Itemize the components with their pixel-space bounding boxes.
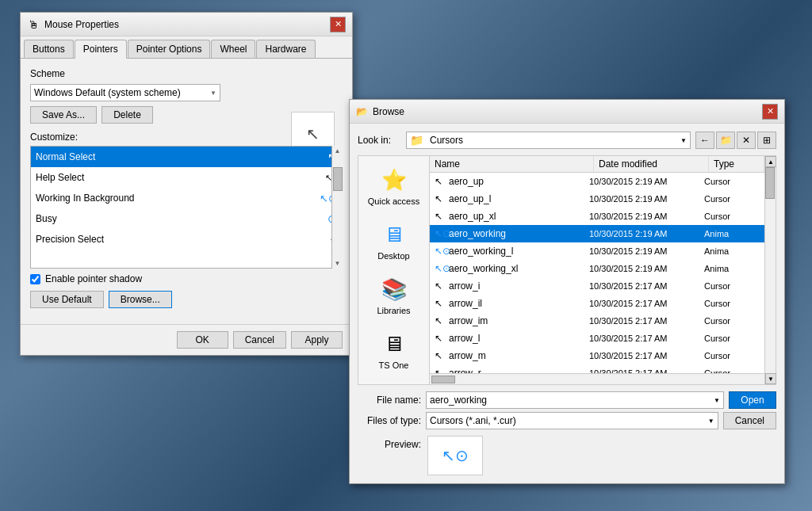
- browse-cancel-button[interactable]: Cancel: [723, 412, 776, 429]
- sidebar-network[interactable]: 🌐 Network: [364, 381, 424, 384]
- file-row-aero-up[interactable]: ↖ aero_up 10/30/2015 2:19 AM Cursor: [430, 173, 764, 190]
- file-row-aero-up-xl[interactable]: ↖ aero_up_xl 10/30/2015 2:19 AM Cursor: [430, 208, 764, 225]
- title-left: 🖱 Mouse Properties: [27, 18, 119, 31]
- browse-icon: 📂: [356, 106, 368, 117]
- file-type-10: Cursor: [704, 351, 760, 360]
- file-row-arrow-il[interactable]: ↖ arrow_il 10/30/2015 2:17 AM Cursor: [430, 295, 764, 312]
- mouse-close-button[interactable]: ✕: [330, 17, 346, 32]
- file-row-aero-up-l[interactable]: ↖ aero_up_l 10/30/2015 2:19 AM Cursor: [430, 190, 764, 208]
- file-row-arrow-im[interactable]: ↖ arrow_im 10/30/2015 2:17 AM Cursor: [430, 312, 764, 330]
- cursor-list-scrollbar[interactable]: ▲ ▼: [331, 146, 343, 269]
- scheme-label: Scheme: [30, 68, 343, 79]
- cursor-item-precision[interactable]: Precision Select +: [31, 229, 342, 250]
- sidebar-libraries[interactable]: 📚 Libraries: [364, 272, 424, 318]
- enable-shadow-checkbox[interactable]: [30, 274, 40, 284]
- scheme-dropdown[interactable]: Windows Default (system scheme): [30, 84, 220, 101]
- file-name-0: aero_up: [449, 176, 589, 187]
- cursor-list-container: Normal Select ↖ Help Select ↖? Working I…: [30, 146, 343, 269]
- browse-body: Look in: 📁 Cursors ← 📁 ✕ ⊞ ⭐ Quick acces…: [350, 124, 784, 483]
- file-row-aero-working-l[interactable]: ↖⊙ aero_working_l 10/30/2015 2:19 AM Ani…: [430, 242, 764, 260]
- file-name-input[interactable]: aero_working: [426, 391, 724, 409]
- tab-pointers[interactable]: Pointers: [75, 40, 127, 59]
- cursor-item-name-4: Precision Select: [36, 234, 313, 245]
- file-type-6: Cursor: [704, 281, 760, 291]
- enable-shadow-row: Enable pointer shadow: [30, 273, 343, 284]
- up-folder-button[interactable]: 📁: [716, 132, 735, 149]
- file-row-aero-working[interactable]: ↖⊙ aero_working 10/30/2015 2:19 AM Anima: [430, 225, 764, 242]
- file-list-body[interactable]: ↖ aero_up 10/30/2015 2:19 AM Cursor ↖ ae…: [430, 173, 764, 373]
- file-name-8: arrow_im: [449, 315, 589, 326]
- back-button[interactable]: ←: [695, 132, 714, 149]
- use-default-button[interactable]: Use Default: [30, 291, 104, 308]
- browse-title: Browse: [373, 106, 404, 117]
- file-date-2: 10/30/2015 2:19 AM: [589, 212, 704, 221]
- cursor-item-help-select[interactable]: Help Select ↖?: [31, 167, 342, 188]
- files-of-type-value: Cursors (*.ani, *.cur): [430, 415, 516, 426]
- cancel-button[interactable]: Cancel: [233, 331, 286, 349]
- file-date-7: 10/30/2015 2:17 AM: [589, 299, 704, 308]
- file-type-1: Cursor: [704, 194, 760, 204]
- tab-pointer-options[interactable]: Pointer Options: [128, 40, 211, 58]
- cursor-preview-icon: ↖: [306, 124, 320, 143]
- file-type-8: Cursor: [704, 316, 760, 326]
- col-date[interactable]: Date modified: [594, 156, 709, 172]
- ok-button[interactable]: OK: [177, 331, 228, 349]
- tab-buttons[interactable]: Buttons: [24, 40, 74, 58]
- file-date-8: 10/30/2015 2:17 AM: [589, 316, 704, 326]
- delete-button[interactable]: Delete: [102, 106, 153, 124]
- dialog-tabs: Buttons Pointers Pointer Options Wheel H…: [21, 36, 352, 59]
- file-row-arrow-r[interactable]: ↖ arrow_r 10/30/2015 2:17 AM Cursor: [430, 364, 764, 373]
- look-in-dropdown[interactable]: 📁 Cursors: [406, 132, 691, 149]
- file-name-1: aero_up_l: [449, 193, 589, 204]
- browse-sidebar: ⭐ Quick access 🖥 Desktop 📚 Libraries 🖥 T…: [358, 156, 430, 384]
- file-date-1: 10/30/2015 2:19 AM: [589, 194, 704, 204]
- sidebar-ts-one[interactable]: 🖥 TS One: [364, 326, 424, 373]
- file-name-label: File name:: [358, 395, 421, 406]
- col-type[interactable]: Type: [709, 156, 764, 172]
- file-name-4: aero_working_l: [449, 246, 589, 257]
- mouse-dialog-footer: OK Cancel Apply: [21, 324, 352, 355]
- file-icon-3: ↖⊙: [435, 228, 449, 239]
- file-row-arrow-m[interactable]: ↖ arrow_m 10/30/2015 2:17 AM Cursor: [430, 347, 764, 364]
- cursor-item-normal-select[interactable]: Normal Select ↖: [31, 147, 342, 167]
- open-button[interactable]: Open: [729, 391, 776, 409]
- cursor-item-working[interactable]: Working In Background ↖⊙: [31, 188, 342, 208]
- file-icon-5: ↖⊙: [435, 263, 449, 274]
- col-name[interactable]: Name: [430, 156, 594, 172]
- file-name-10: arrow_m: [449, 350, 589, 361]
- view-toggle-button[interactable]: ⊞: [757, 132, 776, 149]
- cursor-item-name-2: Working In Background: [36, 193, 313, 204]
- tab-hardware[interactable]: Hardware: [256, 40, 315, 58]
- libraries-icon: 📚: [380, 275, 408, 303]
- apply-button[interactable]: Apply: [291, 331, 343, 349]
- toolbar-icons: ← 📁 ✕ ⊞: [695, 132, 776, 149]
- browse-button[interactable]: Browse...: [109, 291, 172, 308]
- cursor-item-busy[interactable]: Busy ⊙: [31, 208, 342, 229]
- browse-dialog: 📂 Browse ✕ Look in: 📁 Cursors ← 📁 ✕ ⊞: [349, 99, 785, 484]
- save-as-button[interactable]: Save As...: [30, 106, 97, 124]
- scroll-down-button[interactable]: ▼: [765, 373, 776, 384]
- file-icon-7: ↖: [435, 298, 449, 309]
- file-row-arrow-i[interactable]: ↖ arrow_i 10/30/2015 2:17 AM Cursor: [430, 277, 764, 295]
- file-row-aero-working-xl[interactable]: ↖⊙ aero_working_xl 10/30/2015 2:19 AM An…: [430, 260, 764, 277]
- quick-access-icon: ⭐: [380, 166, 408, 194]
- file-date-0: 10/30/2015 2:19 AM: [589, 177, 704, 186]
- horizontal-scrollbar[interactable]: [430, 373, 764, 384]
- files-of-type-dropdown[interactable]: Cursors (*.ani, *.cur): [426, 412, 718, 429]
- file-list-container: Name Date modified Type ↖ aero_up 10/30/…: [430, 156, 764, 384]
- new-folder-button[interactable]: ✕: [737, 132, 756, 149]
- file-type-0: Cursor: [704, 177, 760, 186]
- tab-wheel[interactable]: Wheel: [211, 40, 255, 58]
- file-type-4: Anima: [704, 246, 760, 256]
- file-type-7: Cursor: [704, 299, 760, 308]
- scroll-up-button[interactable]: ▲: [765, 156, 776, 167]
- vertical-scrollbar[interactable]: ▲ ▼: [764, 156, 776, 384]
- file-name-11: arrow_r: [449, 368, 589, 373]
- sidebar-desktop[interactable]: 🖥 Desktop: [364, 217, 424, 264]
- quick-access-label: Quick access: [368, 196, 419, 206]
- sidebar-quick-access[interactable]: ⭐ Quick access: [364, 162, 424, 209]
- mouse-icon: 🖱: [27, 18, 40, 31]
- browse-close-button[interactable]: ✕: [762, 104, 778, 120]
- cursor-list[interactable]: Normal Select ↖ Help Select ↖? Working I…: [30, 146, 343, 269]
- file-row-arrow-l[interactable]: ↖ arrow_l 10/30/2015 2:17 AM Cursor: [430, 330, 764, 347]
